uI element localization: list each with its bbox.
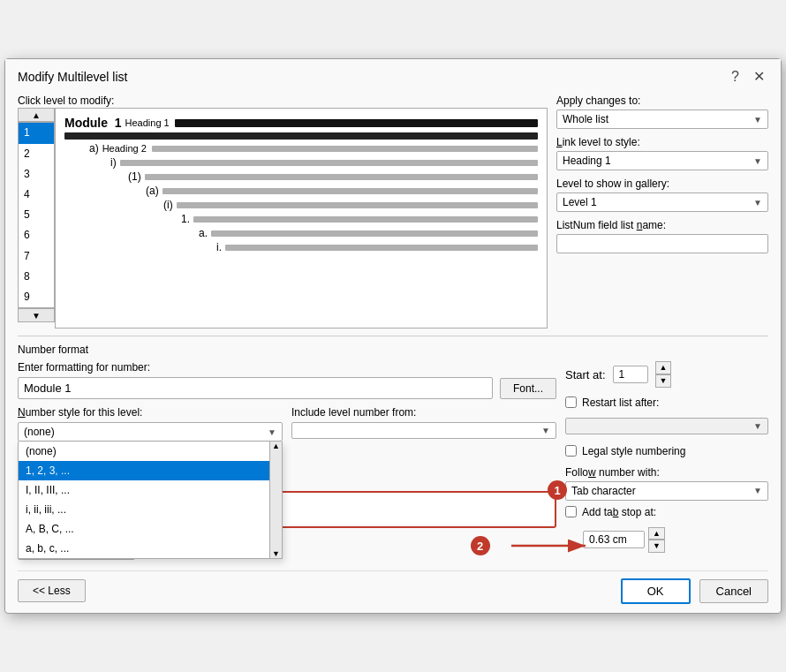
dialog-title: Modify Multilevel list <box>18 70 127 84</box>
less-button[interactable]: << Less <box>18 579 86 602</box>
legal-style-row: Legal style numbering <box>565 445 768 457</box>
preview-label-8: a. <box>199 227 208 239</box>
gallery-label: Level to show in gallery: <box>556 177 768 190</box>
tab-stop-spinner: ▲ ▼ <box>648 527 665 553</box>
top-section: Click level to modify: ▲ 1 2 3 4 5 6 7 <box>18 94 768 328</box>
include-level-dropdown[interactable]: ▼ <box>291 422 556 439</box>
number-style-value: (none) <box>24 426 55 438</box>
dropdown-item-alpha-upper[interactable]: A, B, C, ... <box>19 519 282 539</box>
number-format-section: Number format Enter formatting for numbe… <box>18 344 768 559</box>
add-tab-checkbox[interactable] <box>565 506 577 517</box>
left-panel: Click level to modify: ▲ 1 2 3 4 5 6 7 <box>18 94 548 328</box>
follow-number-value: Tab character <box>571 485 636 497</box>
level-scroll-down[interactable]: ▼ <box>18 308 55 322</box>
level-preview-row: ▲ 1 2 3 4 5 6 7 8 9 ▼ <box>18 108 548 328</box>
title-bar-buttons: ? ✕ <box>728 68 768 86</box>
badge-1: 1 <box>548 480 567 500</box>
level-item-2[interactable]: 2 <box>19 144 54 164</box>
level-item-4[interactable]: 4 <box>19 185 54 205</box>
preview-bar-3 <box>120 160 538 166</box>
link-level-value: Heading 1 <box>563 155 611 167</box>
preview-label-1: Module 1 <box>64 116 122 130</box>
level-item-9[interactable]: 9 <box>19 287 54 307</box>
gallery-dropdown[interactable]: Level 1 ▼ <box>556 193 768 212</box>
preview-row-5: (a) <box>146 185 538 197</box>
dropdown-item-none[interactable]: (none) <box>19 442 282 461</box>
preview-sublabel-2: Heading 2 <box>102 143 147 154</box>
apply-changes-arrow: ▼ <box>753 115 762 125</box>
number-style-label: Number style for this level: <box>18 406 283 419</box>
level-item-1[interactable]: 1 <box>19 123 54 143</box>
preview-row-8: a. <box>199 227 538 239</box>
format-input[interactable] <box>18 377 493 399</box>
close-button[interactable]: ✕ <box>750 68 768 86</box>
cancel-button[interactable]: Cancel <box>699 579 768 603</box>
dropdown-item-roman-lower[interactable]: i, ii, iii, ... <box>19 500 282 519</box>
listnum-input[interactable] <box>556 234 768 253</box>
tab-stop-spin-up[interactable]: ▲ <box>648 527 665 540</box>
add-tab-label: Add tab stop at: <box>582 506 656 518</box>
legal-style-label: Legal style numbering <box>582 445 685 457</box>
start-at-spin-down[interactable]: ▼ <box>655 374 672 388</box>
preview-area: Module 1 Heading 1 a) Heading 2 <box>55 108 548 328</box>
preview-label-2: a) <box>89 142 99 155</box>
level-item-5[interactable]: 5 <box>19 205 54 225</box>
preview-label-7: 1. <box>181 213 190 225</box>
start-at-row: Start at: ▲ ▼ <box>565 361 768 387</box>
number-style-dropdown-list: (none) 1, 2, 3, ... I, II, III, ... i, i… <box>18 442 283 559</box>
level-item-7[interactable]: 7 <box>19 246 54 267</box>
link-level-dropdown[interactable]: Heading 1 ▼ <box>556 151 768 170</box>
dropdown-scrollbar[interactable]: ▲ ▼ <box>269 442 282 558</box>
font-button[interactable]: Font... <box>500 378 556 399</box>
apply-changes-value: Whole list <box>563 113 608 125</box>
style-include-row: Number style for this level: (none) ▼ (n… <box>18 406 556 442</box>
tab-stop-input[interactable] <box>583 531 645 548</box>
legal-style-checkbox[interactable] <box>565 445 577 457</box>
help-button[interactable]: ? <box>728 68 743 86</box>
preview-row-9: i. <box>216 241 538 253</box>
start-at-spin-up[interactable]: ▲ <box>655 361 672 374</box>
preview-bar-9 <box>225 245 538 251</box>
preview-row-1: Module 1 Heading 1 <box>64 116 538 130</box>
restart-arrow: ▼ <box>753 421 762 431</box>
preview-bar-2 <box>152 146 538 152</box>
gallery-arrow: ▼ <box>753 198 762 208</box>
restart-checkbox[interactable] <box>565 396 577 408</box>
apply-changes-dropdown[interactable]: Whole list ▼ <box>556 109 768 129</box>
tab-stop-spin-down[interactable]: ▼ <box>648 540 665 553</box>
title-bar: Modify Multilevel list ? ✕ <box>5 59 781 89</box>
level-scroll-up[interactable]: ▲ <box>18 108 55 122</box>
preview-bar-8 <box>211 230 538 237</box>
number-style-select[interactable]: (none) ▼ <box>18 422 283 442</box>
follow-number-arrow: ▼ <box>753 486 762 495</box>
nf-left-side: Enter formatting for number: Font... Num… <box>18 361 556 559</box>
dropdown-item-alpha-lower[interactable]: a, b, c, ... <box>19 539 282 558</box>
start-at-spinner: ▲ ▼ <box>655 361 672 387</box>
preview-sublabel-1: Heading 1 <box>125 117 170 128</box>
preview-row-7: 1. <box>181 213 538 225</box>
level-item-8[interactable]: 8 <box>19 267 54 287</box>
level-list: 1 2 3 4 5 6 7 8 9 <box>18 122 55 308</box>
enter-format-label: Enter formatting for number: <box>18 361 556 374</box>
level-item-6[interactable]: 6 <box>19 225 54 245</box>
ok-button[interactable]: OK <box>621 578 691 604</box>
modify-multilevel-dialog: Modify Multilevel list ? ✕ Click level t… <box>4 58 782 613</box>
level-item-3[interactable]: 3 <box>19 164 54 185</box>
follow-number-group: Follow number with: Tab character ▼ <box>565 466 768 501</box>
preview-bar-7 <box>193 216 538 223</box>
follow-number-dropdown[interactable]: Tab character ▼ <box>565 481 768 501</box>
dialog-body: Click level to modify: ▲ 1 2 3 4 5 6 7 <box>5 89 781 612</box>
preview-label-5: (a) <box>146 185 159 197</box>
tab-stop-row: ▲ ▼ <box>583 527 768 553</box>
start-at-input[interactable] <box>613 366 648 383</box>
preview-bar-1 <box>175 119 538 127</box>
listnum-group: ListNum field list name: <box>556 219 768 253</box>
ok-cancel-with-badge: 2 OK Cancel <box>612 578 768 604</box>
preview-bar-5 <box>162 188 538 194</box>
number-style-col: Number style for this level: (none) ▼ (n… <box>18 406 283 442</box>
listnum-label: ListNum field list name: <box>556 219 768 231</box>
number-style-wrapper: (none) ▼ (none) 1, 2, 3, ... I, II, III,… <box>18 422 283 442</box>
dropdown-item-roman-upper[interactable]: I, II, III, ... <box>19 480 282 500</box>
bottom-row: << Less 2 <box>18 570 768 604</box>
dropdown-item-123[interactable]: 1, 2, 3, ... <box>19 461 282 480</box>
